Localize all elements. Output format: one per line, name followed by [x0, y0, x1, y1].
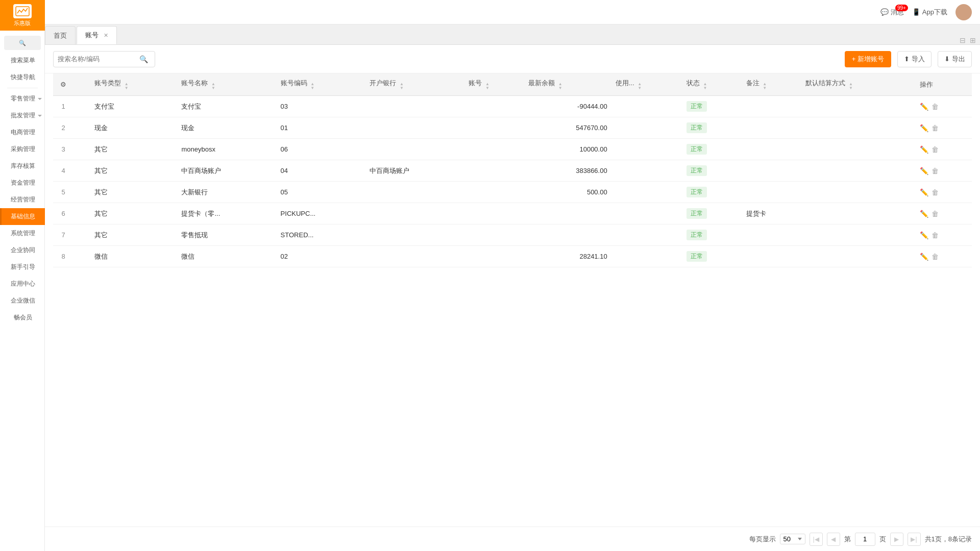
app-download-btn[interactable]: 📱 App下载 — [912, 8, 947, 17]
sidebar-item-finance[interactable]: 资金管理 — [0, 174, 45, 191]
main-area: 💬 消息 99+ 📱 App下载 首页 账号 ✕ ⊟ ⊞ — [45, 0, 980, 551]
header-right: 💬 消息 99+ 📱 App下载 — [880, 4, 972, 20]
col-type[interactable]: 账号类型 ▲▼ — [90, 73, 177, 96]
delete-icon[interactable]: 🗑 — [932, 167, 939, 175]
sidebar-item-basic[interactable]: 基础信息 — [0, 208, 45, 225]
sidebar-item-retail[interactable]: 零售管理 — [0, 90, 45, 107]
table-row: 4 其它 中百商场账户 04 中百商场账户 383866.00 正常 ✏️ 🗑 — [53, 160, 972, 182]
tab-home[interactable]: 首页 — [45, 26, 76, 44]
tab-close-icon[interactable]: ✕ — [104, 32, 108, 39]
cell-num2 — [74, 203, 90, 224]
col-account-no[interactable]: 账号 ▲▼ — [464, 73, 524, 96]
edit-icon[interactable]: ✏️ — [920, 145, 928, 154]
col-status[interactable]: 状态 ▲▼ — [682, 73, 742, 96]
cell-default-settle — [801, 246, 916, 267]
cell-code: 06 — [277, 139, 366, 160]
delete-icon[interactable]: 🗑 — [932, 145, 939, 154]
cell-use — [611, 160, 682, 182]
cell-status: 正常 — [682, 203, 742, 224]
import-button[interactable]: ⬆ 导入 — [897, 51, 932, 67]
cell-name: 现金 — [177, 117, 276, 139]
message-btn[interactable]: 💬 消息 99+ — [880, 8, 904, 17]
pagination-next[interactable]: ▶ — [890, 533, 903, 546]
export-button[interactable]: ⬇ 导出 — [938, 51, 972, 67]
cell-action: ✏️ 🗑 — [916, 96, 972, 117]
col-remark[interactable]: 备注 ▲▼ — [742, 73, 802, 96]
cell-type: 其它 — [90, 139, 177, 160]
col-name[interactable]: 账号名称 ▲▼ — [177, 73, 276, 96]
col-bank[interactable]: 开户银行 ▲▼ — [365, 73, 464, 96]
pagination-first[interactable]: |◀ — [810, 533, 823, 546]
sidebar-item-operation[interactable]: 经营管理 — [0, 191, 45, 208]
cell-bank: 中百商场账户 — [365, 160, 464, 182]
sidebar-item-appstore[interactable]: 应用中心 — [0, 276, 45, 292]
page-label: 第 — [844, 535, 851, 544]
tab-maximize-icon[interactable]: ⊞ — [970, 36, 976, 44]
col-code[interactable]: 账号编码 ▲▼ — [277, 73, 366, 96]
delete-icon[interactable]: 🗑 — [932, 103, 939, 111]
table-row: 3 其它 moneybosx 06 10000.00 正常 ✏️ 🗑 — [53, 139, 972, 160]
pagination-prev[interactable]: ◀ — [827, 533, 840, 546]
cell-default-settle — [801, 139, 916, 160]
col-settings[interactable]: ⚙ — [53, 73, 74, 96]
sidebar-item-wechat[interactable]: 企业微信 — [0, 292, 45, 309]
sidebar-search[interactable]: 🔍 — [4, 36, 41, 50]
avatar[interactable] — [955, 4, 972, 20]
cell-balance: 28241.10 — [524, 246, 611, 267]
cell-remark — [742, 182, 802, 203]
search-input[interactable] — [58, 55, 139, 63]
delete-icon[interactable]: 🗑 — [932, 188, 939, 196]
cell-type: 其它 — [90, 203, 177, 224]
cell-default-settle — [801, 182, 916, 203]
edit-icon[interactable]: ✏️ — [920, 103, 928, 111]
sidebar-item-search[interactable]: 搜索菜单 — [0, 52, 45, 69]
sidebar-item-system[interactable]: 系统管理 — [0, 225, 45, 242]
cell-action: ✏️ 🗑 — [916, 182, 972, 203]
cell-type: 其它 — [90, 182, 177, 203]
message-icon: 💬 — [880, 8, 889, 16]
top-header: 💬 消息 99+ 📱 App下载 — [45, 0, 980, 24]
sidebar-item-inventory[interactable]: 库存核算 — [0, 158, 45, 174]
table-row: 8 微信 微信 02 28241.10 正常 ✏️ 🗑 — [53, 246, 972, 267]
edit-icon[interactable]: ✏️ — [920, 231, 928, 239]
per-page-select[interactable]: 50 100 — [780, 534, 805, 544]
sidebar-item-cooperation[interactable]: 企业协同 — [0, 242, 45, 259]
tab-minimize-icon[interactable]: ⊟ — [960, 36, 966, 44]
tab-account[interactable]: 账号 ✕ — [77, 26, 117, 44]
import-icon: ⬆ — [904, 55, 910, 63]
cell-status: 正常 — [682, 246, 742, 267]
edit-icon[interactable]: ✏️ — [920, 124, 928, 132]
sidebar-item-shortcut[interactable]: 快捷导航 — [0, 69, 45, 86]
cell-type: 其它 — [90, 160, 177, 182]
col-default-settle[interactable]: 默认结算方式 ▲▼ — [801, 73, 916, 96]
add-account-button[interactable]: + 新增账号 — [845, 51, 891, 67]
cell-balance: 547670.00 — [524, 117, 611, 139]
page-input[interactable] — [855, 533, 875, 546]
delete-icon[interactable]: 🗑 — [932, 124, 939, 132]
cell-account-no — [464, 246, 524, 267]
cell-code: 03 — [277, 96, 366, 117]
sidebar-item-wholesale[interactable]: 批发管理 — [0, 107, 45, 124]
pagination-last[interactable]: ▶| — [908, 533, 921, 546]
delete-icon[interactable]: 🗑 — [932, 231, 939, 239]
delete-icon[interactable]: 🗑 — [932, 210, 939, 218]
cell-remark — [742, 224, 802, 246]
edit-icon[interactable]: ✏️ — [920, 253, 928, 261]
col-balance[interactable]: 最新余额 ▲▼ — [524, 73, 611, 96]
col-use[interactable]: 使用... ▲▼ — [611, 73, 682, 96]
search-icon[interactable]: 🔍 — [139, 55, 148, 63]
cell-action: ✏️ 🗑 — [916, 139, 972, 160]
edit-icon[interactable]: ✏️ — [920, 167, 928, 175]
sidebar-item-member[interactable]: 畅会员 — [0, 309, 45, 326]
export-icon: ⬇ — [944, 55, 950, 63]
cell-default-settle — [801, 203, 916, 224]
sidebar-item-guide[interactable]: 新手引导 — [0, 259, 45, 276]
edit-icon[interactable]: ✏️ — [920, 210, 928, 218]
sidebar-item-ecommerce[interactable]: 电商管理 — [0, 124, 45, 141]
edit-icon[interactable]: ✏️ — [920, 188, 928, 196]
cell-name: moneybosx — [177, 139, 276, 160]
sidebar-item-purchase[interactable]: 采购管理 — [0, 141, 45, 158]
cell-status: 正常 — [682, 160, 742, 182]
toolbar: 🔍 + 新增账号 ⬆ 导入 ⬇ 导出 — [45, 45, 980, 73]
delete-icon[interactable]: 🗑 — [932, 253, 939, 261]
